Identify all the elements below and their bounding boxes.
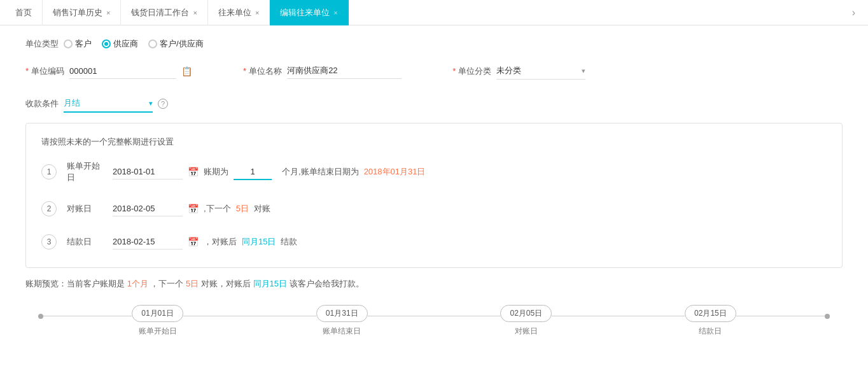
settings-title: 请按照未来的一个完整帐期进行设置 [41, 136, 827, 148]
timeline-point-3: 02月05日 对账日 [500, 305, 552, 337]
payment-condition-select[interactable]: 月结 ▾ [64, 95, 153, 113]
unit-type-row: 单位类型 客户 供应商 客户/供应商 [25, 38, 843, 50]
row-label-3: 结款日 [67, 236, 105, 248]
start-date-calendar-icon[interactable]: 📅 [188, 167, 199, 177]
radio-customer-circle [64, 39, 73, 48]
unit-category-value: 未分类 [496, 65, 577, 76]
unit-type-radio-group: 客户 供应商 客户/供应商 [64, 38, 204, 50]
start-date-desc-suffix: 个月,账单结束日期为 [282, 166, 359, 178]
timeline-line-2 [368, 316, 501, 316]
end-date-value: 2018年01月31日 [364, 166, 426, 178]
settings-box: 请按照未来的一个完整帐期进行设置 1 账单开始日 📅 账期为 个月,账单结束日期… [25, 123, 843, 268]
tab-partner-unit[interactable]: 往来单位 × [208, 0, 270, 25]
unit-category-arrow: ▾ [582, 67, 585, 75]
radio-supplier[interactable]: 供应商 [102, 38, 138, 50]
unit-name-input[interactable] [287, 64, 402, 79]
preview-mid2: 对账，对账后 [201, 279, 251, 288]
timeline-point-1: 01月01日 账单开始日 [132, 305, 183, 337]
payment-highlight: 同月15日 [242, 236, 276, 248]
row-label-1: 账单开始日 [67, 160, 105, 183]
timeline-line-1 [183, 316, 316, 316]
reconcile-date-input[interactable] [113, 201, 183, 216]
timeline-line-4 [736, 316, 825, 316]
radio-supplier-circle [102, 39, 111, 48]
unit-category-select[interactable]: 未分类 ▾ [496, 62, 585, 80]
unit-category-group: * 单位分类 未分类 ▾ [452, 62, 585, 80]
timeline-end-dot [825, 314, 830, 319]
timeline-line-0 [43, 316, 132, 316]
timeline-point-4: 02月15日 结款日 [685, 305, 736, 337]
timeline-badge-2: 01月31日 [316, 305, 368, 322]
payment-condition-row: 收款条件 月结 ▾ ? [25, 95, 843, 113]
radio-customer-label: 客户 [75, 38, 92, 50]
tab-edit-partner-close[interactable]: × [333, 9, 337, 17]
unit-category-required: * [452, 66, 456, 76]
payment-condition-arrow: ▾ [149, 99, 153, 108]
unit-name-label: 单位名称 [249, 66, 282, 77]
timeline-label-3: 对账日 [515, 326, 538, 337]
main-content: 单位类型 客户 供应商 客户/供应商 * 单位编码 📋 * 单位名称 [0, 25, 868, 387]
tab-sales-history[interactable]: 销售订单历史 × [43, 0, 121, 25]
tab-sales-history-label: 销售订单历史 [53, 7, 102, 18]
timeline-badge-3: 02月05日 [500, 305, 552, 322]
start-date-desc-prefix: 账期为 [204, 166, 228, 178]
unit-name-required: * [243, 66, 246, 76]
tab-partner-unit-close[interactable]: × [255, 9, 259, 17]
row-number-1: 1 [41, 164, 57, 179]
reconcile-desc-prefix: ,下一个 [204, 203, 231, 215]
row-label-2: 对账日 [67, 203, 105, 215]
settings-row-1: 1 账单开始日 📅 账期为 个月,账单结束日期为 2018年01月31日 [41, 160, 827, 183]
radio-supplier-label: 供应商 [113, 38, 138, 50]
timeline-label-1: 账单开始日 [139, 326, 177, 337]
timeline-point-2: 01月31日 账单结束日 [316, 305, 368, 337]
tab-sales-history-close[interactable]: × [106, 9, 110, 17]
radio-customer-supplier-label: 客户/供应商 [160, 38, 204, 50]
timeline-label-2: 账单结束日 [323, 326, 361, 337]
settings-row-2: 2 对账日 📅 ,下一个 5日 对账 [41, 201, 827, 216]
payment-date-input[interactable] [113, 234, 183, 250]
payment-desc-prefix: ，对账后 [204, 236, 237, 248]
reconcile-highlight: 5日 [236, 203, 249, 215]
tab-home-label: 首页 [15, 7, 32, 18]
timeline-start-dot [38, 314, 43, 319]
preview-suffix: 该客户会给我打款。 [290, 279, 364, 288]
preview-mid1: ，下一个 [150, 279, 183, 288]
timeline-badge-4: 02月15日 [685, 305, 736, 322]
radio-customer-supplier[interactable]: 客户/供应商 [148, 38, 204, 50]
tab-edit-partner-label: 编辑往来单位 [280, 7, 330, 18]
unit-info-row: * 单位编码 📋 * 单位名称 * 单位分类 未分类 ▾ [25, 62, 843, 80]
unit-code-required: * [25, 66, 29, 76]
row-number-3: 3 [41, 234, 57, 250]
timeline-label-4: 结款日 [699, 326, 722, 337]
preview-period: 1个月 [127, 279, 148, 288]
unit-name-group: * 单位名称 [243, 64, 402, 79]
timeline: 01月01日 账单开始日 01月31日 账单结束日 02月05日 对账日 02月… [25, 305, 843, 337]
help-icon[interactable]: ? [158, 99, 168, 109]
unit-code-label: 单位编码 [31, 66, 64, 77]
tab-more-button[interactable]: › [844, 7, 863, 18]
tab-cash-work-close[interactable]: × [193, 9, 197, 17]
unit-code-input[interactable] [69, 64, 176, 79]
timeline-line-3 [552, 316, 685, 316]
start-date-input[interactable] [113, 164, 183, 179]
tab-bar: 首页 销售订单历史 × 钱货日清工作台 × 往来单位 × 编辑往来单位 × › [0, 0, 868, 25]
reconcile-date-calendar-icon[interactable]: 📅 [188, 204, 199, 214]
tab-edit-partner[interactable]: 编辑往来单位 × [270, 0, 348, 25]
tab-cash-work-label: 钱货日清工作台 [131, 7, 189, 18]
payment-condition-value: 月结 [64, 97, 144, 109]
radio-customer[interactable]: 客户 [64, 38, 92, 50]
unit-category-label: 单位分类 [458, 66, 491, 77]
preview-date2: 同月15日 [253, 279, 287, 288]
preview-date1: 5日 [186, 279, 199, 288]
period-input[interactable] [234, 164, 272, 180]
reconcile-desc-suffix: 对账 [254, 203, 270, 215]
preview-section: 账期预览：当前客户账期是 1个月 ，下一个 5日 对账，对账后 同月15日 该客… [25, 278, 843, 290]
settings-row-3: 3 结款日 📅 ，对账后 同月15日 结款 [41, 234, 827, 250]
preview-prefix: 账期预览：当前客户账期是 [25, 279, 125, 288]
tab-home[interactable]: 首页 [5, 0, 43, 25]
tab-partner-unit-label: 往来单位 [218, 7, 251, 18]
tab-cash-work[interactable]: 钱货日清工作台 × [121, 0, 207, 25]
radio-customer-supplier-circle [148, 39, 157, 48]
payment-date-calendar-icon[interactable]: 📅 [188, 237, 199, 247]
unit-code-icon[interactable]: 📋 [181, 66, 192, 76]
